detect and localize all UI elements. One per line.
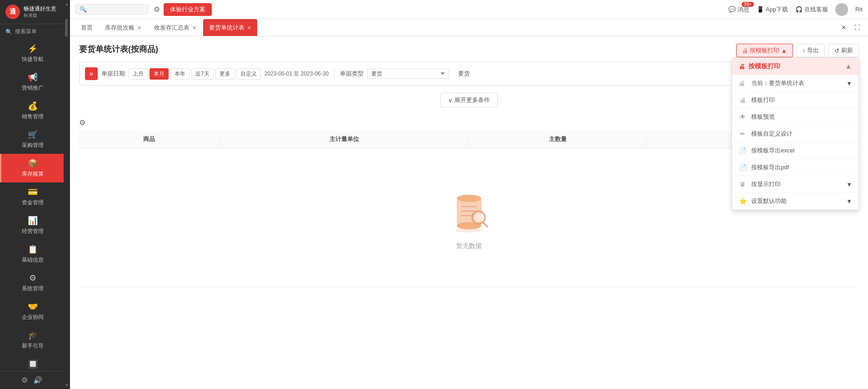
dropdown-current-left: 🖨当前：要货单统计表 <box>738 79 804 87</box>
export-icon: ↑ <box>803 47 806 54</box>
sidebar-logo-text: 畅捷通好生意 标准版 <box>24 5 56 19</box>
dropdown-item-export-pdf[interactable]: 📄 按模板导出pdf <box>732 159 858 176</box>
tab-close-all-btn[interactable]: ✕ <box>838 22 849 33</box>
filter-7days-btn[interactable]: 近7天 <box>191 68 214 80</box>
purchase-icon: 🛒 <box>28 130 38 140</box>
sidebar-item-label: 快捷导航 <box>22 56 44 63</box>
export-btn[interactable]: ↑ 导出 <box>797 44 825 57</box>
table-settings-icon[interactable]: ⚙ <box>79 118 85 127</box>
export-excel-icon: 📄 <box>738 147 747 154</box>
footer-volume-icon[interactable]: 🔊 <box>33 376 42 384</box>
col-header-unit: 主计量单位 <box>219 131 469 148</box>
sidebar-item-label: 营销推广 <box>22 84 44 92</box>
sidebar-item-finance[interactable]: 💳 资金管理 <box>0 182 64 211</box>
expand-more-btn[interactable]: ∨ 展开更多条件 <box>440 93 498 107</box>
sidebar-nav: ⚡ 快捷导航 📢 营销推广 💰 销售管理 🛒 采购管理 📦 库存核算 💳 资金管… <box>0 39 64 371</box>
tab-close-order-stats[interactable]: ✕ <box>247 25 251 31</box>
scroll-down-btn[interactable]: ▼ <box>63 381 70 389</box>
enterprise-icon: 🤝 <box>28 302 38 312</box>
sidebar-item-enterprise[interactable]: 🤝 企业协同 <box>0 297 64 326</box>
refresh-btn[interactable]: ↺ 刷新 <box>828 44 859 57</box>
app-download-action[interactable]: 📱 App下载 <box>757 5 788 14</box>
app-name: 畅捷通好生意 <box>24 5 56 13</box>
default-func-label: 设置默认功能 <box>751 197 787 205</box>
sidebar-item-purchase[interactable]: 🛒 采购管理 <box>0 125 64 154</box>
footer-settings-icon[interactable]: ⚙ <box>21 376 28 384</box>
chevron-up-icon: ▲ <box>781 47 787 54</box>
scroll-thumb[interactable] <box>65 19 68 37</box>
tab-home[interactable]: 首页 <box>75 21 98 35</box>
sidebar-item-inventory[interactable]: 📦 库存核算 <box>0 154 64 182</box>
filter-divider <box>334 69 334 78</box>
export-excel-label: 按模板导出excel <box>751 147 794 155</box>
tab-order-stats[interactable]: 要货单统计表 ✕ <box>203 19 257 36</box>
display-print-label: 按显示打印 <box>751 180 781 188</box>
user-avatar[interactable] <box>835 3 848 16</box>
expand-more-label: 展开更多条件 <box>454 96 490 104</box>
newbie-icon: 🎓 <box>28 330 38 340</box>
online-service-label: 在线客服 <box>804 5 828 14</box>
sidebar-search[interactable]: 🔍 搜索菜单 <box>0 24 64 39</box>
dropdown-current-template[interactable]: 🖨当前：要货单统计表 ▼ <box>732 75 858 92</box>
sidebar-search-label: 搜索菜单 <box>15 28 37 35</box>
template-print-label: 模板打印 <box>751 96 775 104</box>
dropdown-item-template-preview[interactable]: 👁 模板预览 <box>732 109 858 126</box>
sidebar-item-sales[interactable]: 💰 销售管理 <box>0 96 64 125</box>
template-preview-icon: 👁 <box>738 113 747 121</box>
col-header-quantity: 主数量 <box>469 131 647 148</box>
filter-this-year-btn[interactable]: 本年 <box>170 68 190 80</box>
tab-collection-summary[interactable]: 收发存汇总表 ✕ <box>148 19 202 36</box>
tab-inventory-batch[interactable]: 库存批次账 ✕ <box>99 19 147 36</box>
print-template-btn[interactable]: 🖨 按模板打印 ▲ <box>736 44 793 57</box>
sidebar-item-apps[interactable]: 🔲 应用中心 <box>0 354 64 371</box>
message-action[interactable]: 💬 消息 99+ <box>728 5 749 14</box>
sidebar-item-newbie[interactable]: 🎓 新手引导 <box>0 326 64 354</box>
topbar-search-input[interactable] <box>89 6 143 13</box>
sidebar-item-label: 基础信息 <box>22 256 44 264</box>
svg-line-9 <box>483 222 487 227</box>
sidebar-item-operations[interactable]: 📊 经营管理 <box>0 211 64 240</box>
topbar: 🔍 ⚙ 体验行业方案 💬 消息 99+ 📱 App下载 🎧 在线客服 Rit <box>70 0 868 19</box>
dropdown-item-template-custom[interactable]: ✏ 模板自定义设计 <box>732 126 858 142</box>
chevron-down-icon: ▼ <box>846 80 852 87</box>
printer-header-icon: 🖨 <box>738 63 745 70</box>
scroll-up-btn[interactable]: ▲ <box>63 0 70 8</box>
export-pdf-icon: 📄 <box>738 164 747 171</box>
basic-icon: 📋 <box>28 244 38 254</box>
tab-close-collection-summary[interactable]: ✕ <box>192 25 196 31</box>
filter-expand-btn[interactable]: » <box>85 67 98 80</box>
template-custom-label: 模板自定义设计 <box>751 130 793 138</box>
expand-more-icon: ∨ <box>448 97 453 104</box>
trial-btn[interactable]: 体验行业方案 <box>164 3 212 16</box>
filter-last-month-btn[interactable]: 上月 <box>129 68 148 80</box>
app-version: 标准版 <box>24 12 56 19</box>
sidebar-item-label: 采购管理 <box>22 141 44 149</box>
sales-icon: 💰 <box>28 101 38 111</box>
sidebar-item-basic[interactable]: 📋 基础信息 <box>0 240 64 268</box>
topbar-gear-icon[interactable]: ⚙ <box>154 5 160 14</box>
dropdown-item-export-excel[interactable]: 📄 按模板导出excel <box>732 142 858 159</box>
dropdown-close-btn[interactable]: ▲ <box>845 62 852 71</box>
type-filter-select[interactable]: 要货 <box>367 69 449 79</box>
tab-maximize-btn[interactable]: ⛶ <box>852 22 863 33</box>
app-download-label: App下载 <box>766 5 788 14</box>
dropdown-display-print[interactable]: 🖥 按显示打印 ▼ <box>732 176 858 193</box>
sidebar-item-quick-nav[interactable]: ⚡ 快捷导航 <box>0 39 64 68</box>
yaohuo-label: 要货 <box>458 70 472 78</box>
sidebar-item-label: 销售管理 <box>22 113 44 121</box>
tab-close-inventory-batch[interactable]: ✕ <box>137 25 141 31</box>
type-filter-label: 单据类型 <box>340 70 364 78</box>
topbar-search-box[interactable]: 🔍 <box>75 4 148 15</box>
dropdown-default-func[interactable]: ⭐ 设置默认功能 ▼ <box>732 193 858 210</box>
sidebar-item-system[interactable]: ⚙ 系统管理 <box>0 268 64 297</box>
inventory-icon: 📦 <box>28 158 38 168</box>
sidebar-item-marketing[interactable]: 📢 营销推广 <box>0 68 64 96</box>
online-service-action[interactable]: 🎧 在线客服 <box>795 5 828 14</box>
filter-custom-btn[interactable]: 自定义 <box>236 68 261 80</box>
filter-more-btn[interactable]: 更多 <box>215 68 234 80</box>
app-download-icon: 📱 <box>757 6 764 13</box>
dropdown-item-template-print[interactable]: 🖨 模板打印 <box>732 92 858 109</box>
date-filter-label: 单据日期 <box>101 70 125 78</box>
filter-this-month-btn[interactable]: 本月 <box>150 68 169 80</box>
page-area: 要货单统计表(按商品) 🖨 按模板打印 ▲ ↑ 导出 ↺ 刷新 <box>70 36 868 389</box>
